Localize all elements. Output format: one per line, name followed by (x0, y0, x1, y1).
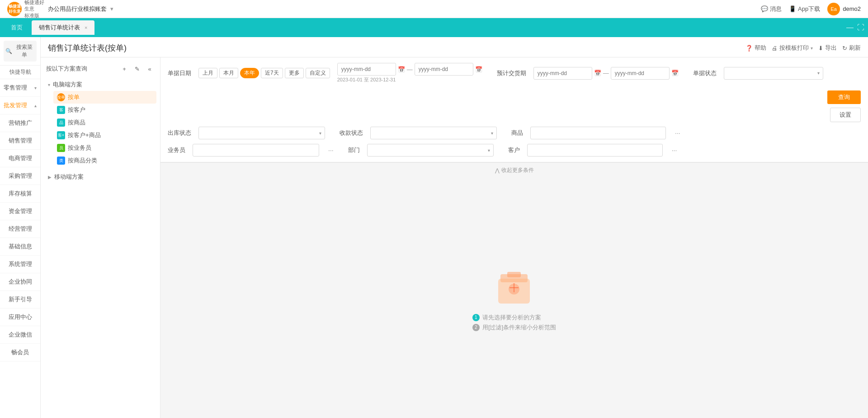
more-date-button[interactable]: 更多 (285, 68, 304, 78)
expected-date-end-input[interactable] (611, 67, 670, 80)
sidebar-item-ecommerce[interactable]: 电商管理 (0, 150, 40, 167)
expected-date-start-input[interactable] (533, 67, 592, 80)
empty-state-area: 1 请先选择要分析的方案 2 用[过滤]条件来缩小分析范围 (160, 178, 868, 418)
last-month-button[interactable]: 上月 (198, 68, 217, 78)
refresh-button[interactable]: ↻ 刷新 (842, 44, 861, 52)
calendar-icon-3: 📅 (594, 70, 601, 76)
status-select[interactable] (724, 67, 823, 80)
export-button[interactable]: ⬇ 导出 (818, 44, 837, 52)
settings-button[interactable]: 设置 (830, 108, 861, 122)
date-range-text: 2023-01-01 至 2023-12-31 (337, 76, 482, 83)
sidebar: 🔍 搜索菜单 快捷导航 零售管理 ▾ 批发管理 ▴ 营销推广 销售管理 电商管理… (0, 37, 41, 418)
sidebar-item-purchase[interactable]: 采购管理 (0, 167, 40, 185)
query-button[interactable]: 查询 (827, 90, 861, 104)
top-bar: 畅捷通好生意 畅捷通好生意 标准版 办公用品行业模拟账套 ▾ 💬 消息 📱 Ap… (0, 0, 868, 18)
chevron-down-icon: ▾ (34, 86, 37, 90)
date-buttons-group: 上月 本月 本年 近7天 更多 自定义 (198, 68, 330, 78)
search-menu-button[interactable]: 🔍 搜索菜单 (4, 41, 37, 62)
ship-status-select[interactable] (198, 127, 325, 139)
dept-select[interactable] (367, 144, 494, 157)
last7-button[interactable]: 近7天 (261, 68, 283, 78)
customer-more-icon[interactable]: ··· (672, 147, 677, 154)
sidebar-item-wechat[interactable]: 企业微信 (0, 326, 40, 344)
tree-item-by-product[interactable]: 品 按商品 (53, 116, 156, 129)
empty-tips: 1 请先选择要分析的方案 2 用[过滤]条件来缩小分析范围 (472, 314, 556, 333)
sidebar-item-sales[interactable]: 销售管理 (0, 132, 40, 150)
maximize-icon[interactable]: ⛶ (857, 24, 864, 32)
salesperson-label: 业务员 (168, 146, 185, 154)
sidebar-item-apps[interactable]: 应用中心 (0, 309, 40, 326)
customer-label: 客户 (508, 146, 520, 154)
salesperson-more-icon[interactable]: ··· (328, 147, 334, 154)
tip-num-1: 1 (472, 314, 480, 321)
sidebar-item-enterprise[interactable]: 企业协同 (0, 273, 40, 291)
help-button[interactable]: ❓ 帮助 (745, 44, 766, 52)
this-month-button[interactable]: 本月 (219, 68, 238, 78)
collapse-text: ⋀ 收起更多条件 (495, 166, 534, 174)
tree-item-by-order[interactable]: 按单 按单 (53, 91, 156, 104)
by-order-icon: 按单 (57, 93, 65, 101)
edit-scheme-button[interactable]: ✎ (132, 64, 142, 74)
tree-item-by-category[interactable]: 类 按商品分类 (53, 154, 156, 167)
filter-row-status: 出库状态 ▾ 收款状态 ▾ (168, 127, 861, 139)
print-icon: 🖨 (772, 45, 778, 52)
sidebar-item-member[interactable]: 畅会员 (0, 344, 40, 361)
tree-item-by-customer-product[interactable]: 客+ 按客户+商品 (53, 129, 156, 142)
quick-nav-button[interactable]: 快捷导航 (0, 66, 40, 79)
collapse-up-icon: ⋀ (495, 167, 500, 174)
collapse-panel-button[interactable]: « (145, 64, 155, 74)
sidebar-item-newbie[interactable]: 新手引导 (0, 291, 40, 309)
refresh-icon: ↻ (842, 45, 847, 52)
sidebar-item-inventory[interactable]: 库存核算 (0, 185, 40, 203)
date-end-input[interactable] (415, 63, 473, 76)
template-print-button[interactable]: 🖨 按模板打印 ▾ (772, 44, 813, 52)
by-cp-icon: 客+ (57, 131, 65, 139)
sidebar-item-system[interactable]: 系统管理 (0, 256, 40, 273)
chevron-right-icon: ▶ (48, 175, 52, 180)
product-more-icon[interactable]: ··· (675, 129, 680, 137)
phone-icon: 📱 (789, 5, 796, 12)
tab-sales-order-stats[interactable]: 销售订单统计表 × (32, 20, 94, 35)
sidebar-item-wholesale[interactable]: 批发管理 ▴ (0, 97, 40, 114)
payment-status-select[interactable] (370, 127, 497, 139)
customer-input[interactable] (527, 144, 663, 157)
sidebar-item-marketing[interactable]: 营销推广 (0, 114, 40, 132)
payment-status-label: 收款状态 (340, 129, 363, 137)
custom-date-button[interactable]: 自定义 (306, 68, 330, 78)
status-label: 单据状态 (693, 69, 717, 77)
add-scheme-button[interactable]: + (119, 64, 129, 74)
ship-status-wrapper: ▾ (198, 127, 325, 139)
sidebar-item-retail[interactable]: 零售管理 ▾ (0, 79, 40, 97)
sidebar-item-operation[interactable]: 经营管理 (0, 220, 40, 238)
breadcrumb-chevron-icon[interactable]: ▾ (110, 5, 113, 12)
tab-home[interactable]: 首页 (4, 20, 30, 35)
tab-close-icon[interactable]: × (85, 25, 87, 30)
date-range-section: 📅 — 📅 2023-01-01 至 2023-12-31 (337, 63, 482, 83)
tab-bar-right-actions: — ⛶ (846, 24, 864, 32)
print-chevron-icon: ▾ (811, 46, 813, 51)
date-start-input[interactable] (337, 63, 396, 76)
sidebar-item-basic[interactable]: 基础信息 (0, 238, 40, 256)
app-download-button[interactable]: 📱 App下载 (789, 5, 820, 13)
message-button[interactable]: 💬 消息 (761, 5, 782, 13)
collapse-bar[interactable]: ⋀ 收起更多条件 (160, 162, 868, 178)
product-input[interactable] (530, 127, 666, 139)
tree-section-desktop: ▾ 电脑端方案 (44, 78, 156, 91)
tree-section-mobile: ▶ 移动端方案 (44, 171, 156, 183)
page-body: 按以下方案查询 + ✎ « ▾ (41, 57, 868, 418)
by-salesperson-icon: 员 (57, 144, 65, 152)
tree-item-by-customer[interactable]: 客 按客户 (53, 104, 156, 116)
minimize-icon[interactable]: — (846, 24, 854, 32)
sidebar-item-finance[interactable]: 资金管理 (0, 203, 40, 220)
product-label: 商品 (511, 129, 523, 137)
salesperson-input[interactable] (193, 144, 319, 157)
dept-label: 部门 (348, 146, 360, 154)
user-profile[interactable]: Ea demo2 (827, 3, 861, 15)
logo-area: 畅捷通好生意 畅捷通好生意 标准版 (7, 0, 48, 19)
filter-row-other: 业务员 ··· 部门 ▾ 客户 ··· (168, 144, 861, 157)
dept-wrapper: ▾ (367, 144, 494, 157)
message-icon: 💬 (761, 5, 768, 12)
current-year-button[interactable]: 本年 (240, 68, 259, 78)
double-left-icon: « (148, 66, 151, 72)
tree-item-by-salesperson[interactable]: 员 按业务员 (53, 142, 156, 154)
